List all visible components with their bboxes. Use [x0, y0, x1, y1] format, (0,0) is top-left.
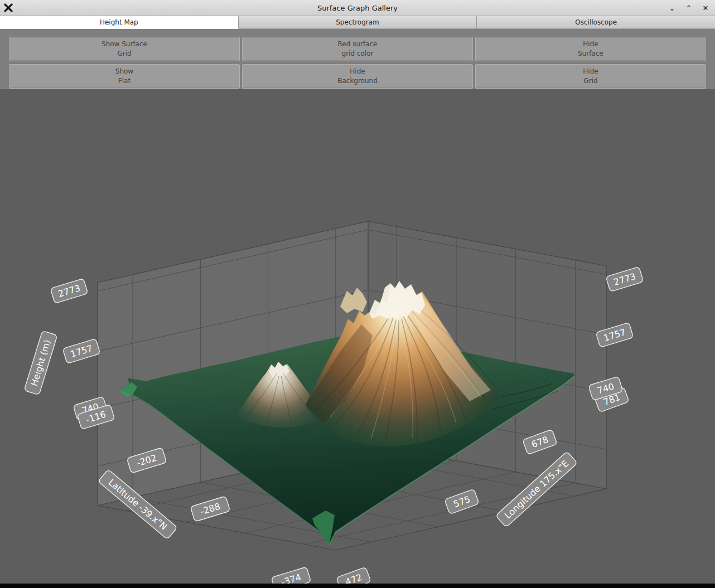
show-flat-button[interactable]: Show Flat — [9, 64, 240, 89]
hide-surface-button[interactable]: Hide Surface — [475, 37, 706, 61]
tab-height-map[interactable]: Height Map — [0, 16, 239, 29]
button-label-line: Show Surface — [102, 40, 147, 49]
window-controls: ⌄ ⌃ ✕ — [667, 0, 711, 16]
button-label-line: Show — [115, 67, 133, 76]
height-axis-title: Height (m) — [24, 331, 57, 395]
title-bar[interactable]: Surface Graph Gallery ⌄ ⌃ ✕ — [0, 0, 715, 16]
close-window-button[interactable]: ✕ — [700, 3, 711, 13]
surface-3d-viewport[interactable]: Height (m) 2773 1757 740 -116 -202 -288 … — [0, 89, 715, 584]
button-label-line: Hide — [583, 67, 598, 76]
hide-grid-button[interactable]: Hide Grid — [475, 64, 706, 89]
tab-spectrogram[interactable]: Spectrogram — [239, 16, 477, 29]
hide-background-button[interactable]: Hide Background — [242, 64, 473, 89]
red-surface-grid-color-button[interactable]: Red surface grid color — [242, 37, 473, 61]
button-label-line: Flat — [118, 76, 131, 86]
longitude-tick-3: 472 — [336, 567, 371, 584]
show-surface-grid-button[interactable]: Show Surface Grid — [9, 37, 240, 61]
button-label-line: Grid — [117, 49, 131, 59]
height-tick-left-1: 1757 — [62, 339, 100, 364]
window-title: Surface Graph Gallery — [0, 4, 715, 12]
control-button-panel: Show Surface Grid Red surface grid color… — [0, 29, 715, 89]
button-label-line: Hide — [350, 67, 365, 76]
button-label-line: grid color — [342, 49, 374, 59]
button-label-line: Hide — [583, 40, 598, 49]
button-label-line: Red surface — [338, 40, 378, 49]
height-tick-right-0: 2773 — [606, 267, 643, 292]
bottom-screen-edge — [0, 584, 715, 588]
maximize-window-button[interactable]: ⌃ — [684, 3, 694, 13]
button-label-line: Background — [337, 76, 378, 86]
latitude-tick-3: -374 — [271, 567, 311, 584]
tab-oscilloscope[interactable]: Oscilloscope — [477, 16, 715, 29]
tab-bar: Height Map Spectrogram Oscilloscope — [0, 16, 715, 29]
height-tick-left-0: 2773 — [50, 279, 88, 304]
button-label-line: Surface — [578, 49, 603, 59]
shade-window-button[interactable]: ⌄ — [667, 3, 677, 13]
button-label-line: Grid — [583, 76, 597, 86]
surface-3d-scene: Height (m) 2773 1757 740 -116 -202 -288 … — [0, 89, 715, 584]
